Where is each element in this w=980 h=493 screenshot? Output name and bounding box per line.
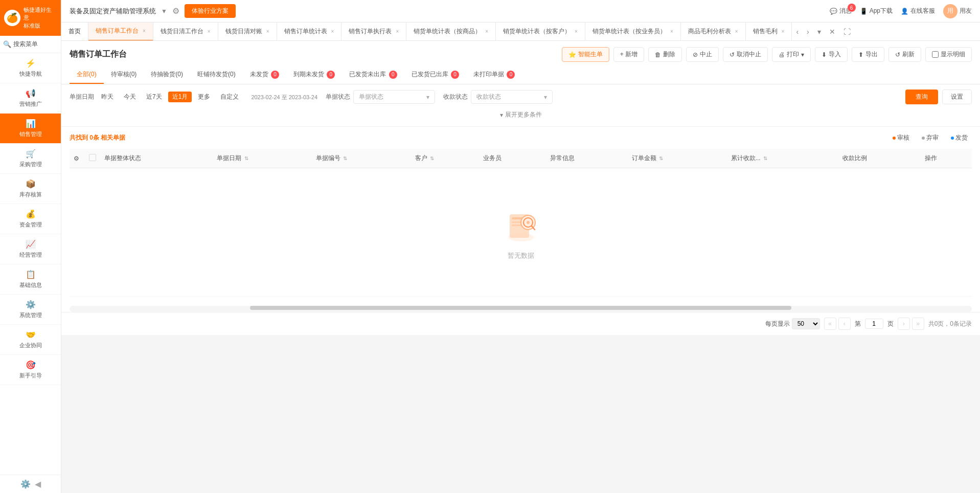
- settings-button[interactable]: 设置: [942, 89, 972, 104]
- sidebar-item-inventory[interactable]: 📦 库存核算: [0, 174, 61, 204]
- sidebar-item-sales[interactable]: 📊 销售管理: [0, 114, 61, 144]
- import-button[interactable]: ⬇ 导入: [815, 47, 848, 62]
- sub-tab-shipped-out[interactable]: 已发货已出库 0: [404, 66, 466, 84]
- sub-tab-expired-not-shipped[interactable]: 到期未发货 0: [286, 66, 342, 84]
- sub-tab-all[interactable]: 全部(0): [70, 66, 104, 84]
- date-btn-7days[interactable]: 近7天: [142, 92, 166, 102]
- tab-sales-product[interactable]: 销货单统计表（按商品） ×: [406, 23, 496, 41]
- sidebar-item-finance[interactable]: 💰 资金管理: [0, 204, 61, 234]
- th-check[interactable]: [85, 149, 100, 168]
- experience-button[interactable]: 体验行业方案: [185, 4, 236, 18]
- refresh-button[interactable]: ↺ 刷新: [888, 47, 921, 62]
- sidebar-item-marketing[interactable]: 📢 营销推广: [0, 83, 61, 114]
- th-staff[interactable]: 业务员: [479, 149, 545, 168]
- tab-cash-daily-close[interactable]: ×: [208, 29, 211, 34]
- tab-sales-product-close[interactable]: ×: [485, 29, 488, 34]
- tab-product-margin-close[interactable]: ×: [735, 29, 738, 34]
- tab-sales-more[interactable]: 销售毛利 ×: [746, 23, 792, 41]
- query-button[interactable]: 查询: [905, 89, 938, 104]
- status-select[interactable]: 单据状态 ▾: [353, 90, 435, 104]
- page-size-select[interactable]: 10 20 50 100: [792, 318, 820, 329]
- sub-tab-pending-inspect[interactable]: 待抽验货(0): [144, 66, 190, 84]
- tab-close-all-btn[interactable]: ✕: [825, 23, 839, 41]
- date-btn-1month[interactable]: 近1月: [168, 92, 192, 102]
- th-customer[interactable]: 客户 ⇅: [411, 149, 480, 168]
- sub-tab-wangpu[interactable]: 旺铺待发货(0): [190, 66, 243, 84]
- settings-bottom-icon[interactable]: ⚙️: [20, 479, 31, 489]
- sidebar-search[interactable]: 🔍 搜索菜单: [0, 36, 61, 53]
- tab-sales-exec-close[interactable]: ×: [396, 29, 399, 34]
- sidebar-item-quick-nav[interactable]: ⚡ 快捷导航: [0, 53, 61, 83]
- th-date[interactable]: 单据日期 ⇅: [213, 149, 312, 168]
- tab-more-btn[interactable]: ▾: [813, 23, 825, 41]
- th-number[interactable]: 单据编号 ⇅: [312, 149, 411, 168]
- tab-cash-daily[interactable]: 钱货日清工作台 ×: [153, 23, 218, 41]
- export-button[interactable]: ⬆ 导出: [852, 47, 884, 62]
- sidebar-item-system[interactable]: ⚙️ 系统管理: [0, 295, 61, 325]
- tab-product-margin[interactable]: 商品毛利分析表 ×: [681, 23, 746, 41]
- tab-sales-stats-close[interactable]: ×: [331, 29, 334, 34]
- message-action[interactable]: 💬 消息 6: [830, 7, 852, 15]
- delete-button[interactable]: 🗑 删除: [648, 47, 682, 62]
- tab-sales-order[interactable]: 销售订单工作台 ×: [88, 23, 153, 41]
- payment-select[interactable]: 收款状态 ▾: [471, 90, 553, 104]
- tab-prev-btn[interactable]: ‹: [792, 23, 803, 41]
- app-download-action[interactable]: 📱 App下载: [860, 7, 893, 15]
- cancel-stop-button[interactable]: ↺ 取消中止: [723, 47, 768, 62]
- tab-sales-more-close[interactable]: ×: [782, 29, 785, 34]
- sub-tab-pending-review[interactable]: 待审核(0): [104, 66, 144, 84]
- print-button[interactable]: 🖨 打印 ▾: [772, 47, 811, 62]
- date-btn-custom[interactable]: 自定义: [216, 92, 243, 102]
- header-settings-icon[interactable]: ⚙: [172, 6, 179, 16]
- date-btn-today[interactable]: 今天: [120, 92, 140, 102]
- sub-tab-shipped-not-out[interactable]: 已发货未出库 0: [342, 66, 404, 84]
- sidebar-item-enterprise[interactable]: 🤝 企业协同: [0, 325, 61, 355]
- tab-home[interactable]: 首页: [61, 23, 88, 41]
- th-received[interactable]: 累计收款... ⇅: [727, 149, 839, 168]
- th-settings[interactable]: ⚙: [70, 149, 85, 168]
- page-last-btn[interactable]: »: [912, 318, 924, 330]
- show-detail-toggle[interactable]: 显示明细: [925, 47, 972, 62]
- horizontal-scrollbar[interactable]: [70, 306, 972, 312]
- tab-sales-customer-close[interactable]: ×: [575, 29, 578, 34]
- tab-next-btn[interactable]: ›: [803, 23, 813, 41]
- sub-tab-not-printed[interactable]: 未打印单据 0: [466, 66, 522, 84]
- cancel-review-action-btn[interactable]: 弃审: [918, 132, 943, 144]
- page-prev-btn[interactable]: ‹: [838, 318, 851, 330]
- select-all-checkbox[interactable]: [89, 154, 96, 161]
- online-support-action[interactable]: 👤 在线客服: [901, 7, 935, 15]
- date-btn-more[interactable]: 更多: [194, 92, 214, 102]
- tab-cash-reconcile[interactable]: 钱货日清对账 ×: [218, 23, 277, 41]
- show-detail-checkbox[interactable]: [932, 51, 939, 58]
- tab-fullscreen-btn[interactable]: ⛶: [839, 23, 855, 41]
- sidebar-item-guide[interactable]: 🎯 新手引导: [0, 355, 61, 385]
- tab-sales-customer[interactable]: 销货单统计表（按客户） ×: [496, 23, 585, 41]
- collapse-icon[interactable]: ◀: [35, 479, 41, 489]
- smart-create-button[interactable]: ⭐ 智能生单: [562, 47, 609, 62]
- sidebar-item-baseinfo[interactable]: 📋 基础信息: [0, 264, 61, 295]
- page-next-btn[interactable]: ›: [898, 318, 910, 330]
- ship-action-btn[interactable]: 发货: [947, 132, 972, 144]
- page-first-btn[interactable]: «: [824, 318, 836, 330]
- sidebar-logo[interactable]: 🍊 畅捷通好生意 标准版: [0, 0, 61, 36]
- expand-conditions-btn[interactable]: ▾ 展开更多条件: [496, 108, 546, 121]
- tab-sales-staff[interactable]: 销货单统计表（按业务员） ×: [585, 23, 681, 41]
- search-label: 搜索菜单: [13, 40, 38, 49]
- scroll-thumb[interactable]: [250, 306, 791, 310]
- stop-button[interactable]: ⊘ 中止: [686, 47, 719, 62]
- th-amount[interactable]: 订单金额 ⇅: [628, 149, 727, 168]
- sub-tab-not-shipped[interactable]: 未发货 0: [243, 66, 286, 84]
- tab-sales-exec[interactable]: 销售订单执行表 ×: [341, 23, 406, 41]
- user-action[interactable]: 用 用友: [943, 4, 972, 18]
- review-action-btn[interactable]: 审核: [888, 132, 914, 144]
- tab-sales-staff-close[interactable]: ×: [670, 29, 673, 34]
- dropdown-arrow[interactable]: ▼: [161, 8, 167, 15]
- add-button[interactable]: + 新增: [613, 47, 644, 62]
- page-number-input[interactable]: [865, 319, 883, 329]
- tab-sales-stats[interactable]: 销售订单统计表 ×: [277, 23, 342, 41]
- date-btn-yesterday[interactable]: 昨天: [97, 92, 118, 102]
- sidebar-item-operation[interactable]: 📈 经营管理: [0, 234, 61, 264]
- tab-cash-reconcile-close[interactable]: ×: [266, 29, 269, 34]
- sidebar-item-purchase[interactable]: 🛒 采购管理: [0, 144, 61, 174]
- tab-sales-order-close[interactable]: ×: [143, 28, 146, 34]
